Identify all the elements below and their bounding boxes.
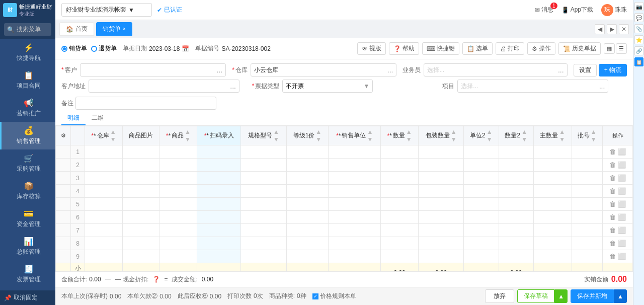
- row-batch-entry[interactable]: [197, 198, 241, 211]
- row-price1[interactable]: [286, 250, 329, 263]
- row-unit2[interactable]: [464, 224, 499, 237]
- panel-icon-3[interactable]: 📎: [634, 24, 643, 33]
- radio-return[interactable]: 退货单: [91, 44, 117, 53]
- row-main-qty[interactable]: [533, 224, 572, 237]
- th-quantity[interactable]: *数量▲▼: [381, 126, 419, 145]
- sidebar-item-finance[interactable]: 💳 资金管理: [0, 205, 55, 233]
- th-price1[interactable]: 等级1价▲▼: [286, 126, 329, 145]
- row-pack-qty[interactable]: [419, 159, 464, 172]
- row-goods[interactable]: [159, 250, 197, 263]
- row-sale-unit[interactable]: [329, 185, 381, 198]
- row-quantity[interactable]: [381, 211, 419, 224]
- row-goods[interactable]: [159, 198, 197, 211]
- row-warehouse[interactable]: [85, 145, 123, 159]
- row-goods[interactable]: [159, 145, 197, 159]
- help-button[interactable]: ❓ 帮助: [389, 42, 419, 55]
- row-spec[interactable]: [241, 172, 286, 185]
- row-warehouse[interactable]: [85, 211, 123, 224]
- list-view-button[interactable]: ☰: [616, 43, 627, 54]
- row-sale-unit[interactable]: [329, 237, 381, 250]
- th-sale-unit[interactable]: *销售单位▲▼: [329, 126, 381, 145]
- preview-button[interactable]: 👁 视版: [357, 42, 386, 55]
- user-profile[interactable]: 珠 珠珠: [601, 4, 627, 16]
- row-price1[interactable]: [286, 159, 329, 172]
- row-batch[interactable]: [572, 250, 602, 263]
- abandon-button[interactable]: 放弃: [485, 289, 514, 303]
- row-batch[interactable]: [572, 224, 602, 237]
- row-unit2[interactable]: [464, 172, 499, 185]
- row-quantity[interactable]: [381, 145, 419, 159]
- row-main-qty[interactable]: [533, 159, 572, 172]
- row-pack-qty[interactable]: [419, 185, 464, 198]
- row-sale-unit[interactable]: [329, 159, 381, 172]
- row-batch-entry[interactable]: [197, 211, 241, 224]
- row-price1[interactable]: [286, 237, 329, 250]
- sidebar-item-purchase[interactable]: 🛒 采购管理: [0, 149, 55, 177]
- price-check-item[interactable]: ✓ 价格规则本单: [312, 292, 356, 300]
- row-batch[interactable]: [572, 185, 602, 198]
- customer-input[interactable]: ...: [80, 63, 226, 77]
- panel-icon-4[interactable]: ⭐: [634, 35, 643, 44]
- row-main-qty[interactable]: [533, 185, 572, 198]
- sidebar-item-project[interactable]: 📋 项目合同: [0, 66, 55, 94]
- row-copy-icon[interactable]: ⬜: [618, 148, 626, 156]
- row-qty2[interactable]: [499, 185, 533, 198]
- th-batch[interactable]: 批号▲▼: [572, 126, 602, 145]
- row-pack-qty[interactable]: [419, 250, 464, 263]
- row-warehouse[interactable]: [85, 250, 123, 263]
- row-delete-icon[interactable]: 🗑: [609, 240, 616, 247]
- price-check-checkbox[interactable]: ✓: [312, 293, 318, 299]
- row-copy-icon[interactable]: ⬜: [618, 200, 626, 208]
- row-batch-entry[interactable]: [197, 250, 241, 263]
- settings-button[interactable]: 设置: [574, 64, 597, 77]
- calendar-icon[interactable]: 📅: [182, 45, 189, 52]
- row-delete-icon[interactable]: 🗑: [609, 148, 616, 156]
- row-main-qty[interactable]: [533, 145, 572, 159]
- row-goods[interactable]: [159, 237, 197, 250]
- grid-view-button[interactable]: ▦: [604, 43, 615, 54]
- sidebar-item-sales[interactable]: 💰 销售管理: [0, 122, 55, 149]
- row-delete-icon[interactable]: 🗑: [609, 253, 616, 260]
- row-price1[interactable]: [286, 224, 329, 237]
- tab-next-button[interactable]: ▶: [607, 24, 617, 34]
- search-menu-button[interactable]: 🔍 搜索菜单: [4, 23, 51, 36]
- save-new-dropdown[interactable]: ▲: [614, 289, 627, 303]
- operate-button[interactable]: ⚙ 操作: [527, 42, 555, 55]
- company-selector[interactable]: 好业财专业版演示帐套 ▼: [61, 3, 152, 17]
- row-qty2[interactable]: [499, 198, 533, 211]
- address-input[interactable]: ...: [89, 80, 239, 93]
- row-goods[interactable]: [159, 211, 197, 224]
- tab-detail[interactable]: 明细: [61, 112, 86, 125]
- row-price1[interactable]: [286, 185, 329, 198]
- row-sale-unit[interactable]: [329, 145, 381, 159]
- row-pack-qty[interactable]: [419, 145, 464, 159]
- sidebar-item-quick[interactable]: ⚡ 快捷导航: [0, 39, 55, 66]
- row-unit2[interactable]: [464, 237, 499, 250]
- row-qty2[interactable]: [499, 159, 533, 172]
- row-goods[interactable]: [159, 172, 197, 185]
- row-batch-entry[interactable]: [197, 145, 241, 159]
- row-quantity[interactable]: [381, 159, 419, 172]
- row-batch-entry[interactable]: [197, 172, 241, 185]
- panel-icon-5[interactable]: 🔗: [634, 46, 643, 55]
- row-pack-qty[interactable]: [419, 211, 464, 224]
- tab-close-all-button[interactable]: ✕: [619, 24, 629, 34]
- save-draft-button[interactable]: 保存草稿: [517, 289, 554, 303]
- salesperson-dots[interactable]: ...: [558, 66, 564, 74]
- row-main-qty[interactable]: [533, 172, 572, 185]
- row-pack-qty[interactable]: [419, 224, 464, 237]
- row-spec[interactable]: [241, 145, 286, 159]
- row-pack-qty[interactable]: [419, 198, 464, 211]
- th-pack-qty[interactable]: 包装数量▲▼: [419, 126, 464, 145]
- row-quantity[interactable]: [381, 250, 419, 263]
- row-warehouse[interactable]: [85, 159, 123, 172]
- panel-icon-2[interactable]: 💬: [634, 13, 643, 22]
- row-main-qty[interactable]: [533, 198, 572, 211]
- message-button[interactable]: ✉ 消息 1: [535, 6, 553, 14]
- tab-2d[interactable]: 二维: [86, 112, 110, 125]
- row-batch[interactable]: [572, 145, 602, 159]
- row-unit2[interactable]: [464, 198, 499, 211]
- shortcut-button[interactable]: ⌨ 快捷键: [422, 42, 459, 55]
- row-quantity[interactable]: [381, 172, 419, 185]
- row-spec[interactable]: [241, 237, 286, 250]
